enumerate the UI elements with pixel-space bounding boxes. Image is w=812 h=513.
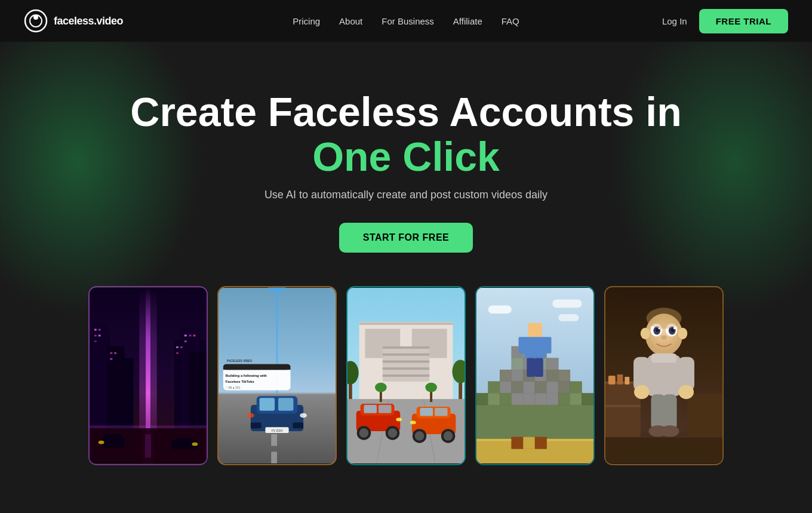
svg-rect-114 [500, 370, 512, 382]
svg-rect-127 [570, 381, 582, 393]
logo-icon [24, 9, 48, 33]
svg-rect-25 [189, 334, 192, 336]
svg-point-35 [99, 440, 104, 444]
svg-text:Building a following with: Building a following with [226, 374, 267, 377]
svg-rect-52 [293, 422, 303, 428]
svg-rect-141 [543, 337, 552, 353]
card-cyberpunk [88, 286, 208, 465]
logo-link[interactable]: faceless.video [24, 9, 123, 33]
svg-rect-140 [519, 337, 527, 353]
svg-rect-130 [500, 393, 512, 405]
svg-rect-123 [523, 381, 535, 393]
svg-rect-125 [547, 381, 559, 393]
video-cards-row: FV 2024 FACELESS.VIDEO Building a follow… [48, 286, 764, 465]
svg-point-104 [425, 382, 437, 392]
svg-rect-121 [500, 381, 512, 393]
svg-point-36 [192, 442, 198, 446]
svg-rect-70 [383, 353, 429, 355]
card-luxury-cars [346, 286, 466, 465]
svg-rect-84 [379, 405, 392, 413]
svg-rect-113 [547, 358, 559, 370]
svg-point-82 [388, 428, 398, 438]
svg-rect-149 [488, 305, 512, 314]
card-minecraft [475, 286, 595, 465]
svg-rect-22 [180, 346, 183, 348]
login-button[interactable]: Log In [662, 16, 687, 26]
nav-for-business[interactable]: For Business [382, 16, 434, 26]
svg-rect-133 [535, 393, 547, 405]
start-for-free-button[interactable]: START FOR FREE [339, 223, 473, 253]
svg-point-53 [300, 413, 307, 417]
svg-rect-180 [663, 394, 677, 429]
svg-text:FACELESS.VIDEO: FACELESS.VIDEO [227, 360, 253, 363]
svg-rect-50 [278, 398, 293, 411]
svg-point-171 [678, 327, 688, 339]
svg-rect-93 [435, 407, 448, 416]
svg-rect-142 [527, 358, 535, 376]
navbar: faceless.video Pricing About For Busines… [0, 0, 812, 42]
svg-point-80 [359, 428, 369, 438]
svg-point-172 [647, 308, 682, 328]
nav-pricing[interactable]: Pricing [293, 16, 320, 26]
svg-rect-126 [558, 381, 570, 393]
svg-rect-157 [608, 376, 616, 385]
hero-section: Create Faceless Accounts in One Click Us… [0, 42, 812, 513]
svg-rect-37 [90, 425, 207, 428]
svg-text:FV 2024: FV 2024 [272, 429, 283, 432]
svg-rect-150 [552, 299, 582, 308]
svg-rect-24 [184, 334, 187, 336]
svg-point-0 [25, 10, 47, 32]
svg-rect-119 [558, 370, 570, 382]
svg-rect-42 [271, 434, 277, 446]
svg-rect-20 [110, 358, 112, 360]
svg-rect-19 [114, 352, 116, 354]
svg-rect-71 [383, 360, 429, 363]
svg-text:♡ 89  ● 551: ♡ 89 ● 551 [226, 386, 241, 389]
svg-rect-83 [364, 405, 377, 413]
svg-rect-16 [99, 334, 101, 336]
svg-rect-151 [558, 314, 579, 321]
nav-right: Log In FREE TRIAL [662, 9, 788, 33]
svg-rect-14 [99, 328, 101, 330]
svg-point-94 [410, 420, 416, 424]
nav-about[interactable]: About [339, 16, 362, 26]
svg-rect-69 [383, 346, 429, 349]
card-highway: FV 2024 FACELESS.VIDEO Building a follow… [217, 286, 337, 465]
svg-rect-146 [512, 437, 524, 449]
svg-rect-73 [383, 374, 429, 377]
svg-rect-134 [547, 393, 559, 405]
svg-rect-137 [582, 393, 593, 405]
svg-rect-138 [528, 322, 542, 337]
svg-point-177 [634, 385, 649, 399]
svg-point-168 [673, 327, 676, 329]
svg-rect-21 [176, 346, 179, 348]
svg-rect-26 [193, 334, 195, 336]
nav-faq[interactable]: FAQ [502, 16, 519, 26]
cyberpunk-illustration [90, 287, 207, 464]
svg-rect-18 [110, 352, 112, 354]
hero-title: Create Faceless Accounts in One Click [130, 90, 681, 179]
svg-rect-143 [535, 358, 543, 376]
luxury-cars-illustration [347, 287, 465, 464]
svg-point-91 [444, 431, 453, 441]
svg-rect-115 [512, 370, 524, 382]
svg-rect-156 [605, 405, 641, 407]
nav-affiliate[interactable]: Affiliate [453, 16, 482, 26]
svg-rect-148 [535, 437, 547, 449]
svg-rect-32 [104, 434, 122, 441]
svg-rect-92 [420, 407, 433, 416]
svg-rect-183 [605, 437, 722, 463]
svg-rect-110 [512, 358, 524, 370]
free-trial-button[interactable]: FREE TRIAL [699, 9, 788, 33]
svg-point-169 [661, 335, 667, 340]
svg-rect-158 [617, 374, 623, 385]
hero-subtitle: Use AI to automatically create and post … [264, 189, 548, 201]
svg-point-170 [641, 327, 650, 339]
minecraft-illustration [476, 287, 593, 464]
svg-rect-27 [184, 340, 187, 342]
svg-rect-15 [94, 334, 97, 336]
svg-point-85 [396, 417, 402, 421]
hero-title-white: Create Faceless Accounts in [130, 89, 681, 134]
3d-child-illustration [605, 287, 722, 464]
svg-rect-147 [523, 437, 535, 449]
